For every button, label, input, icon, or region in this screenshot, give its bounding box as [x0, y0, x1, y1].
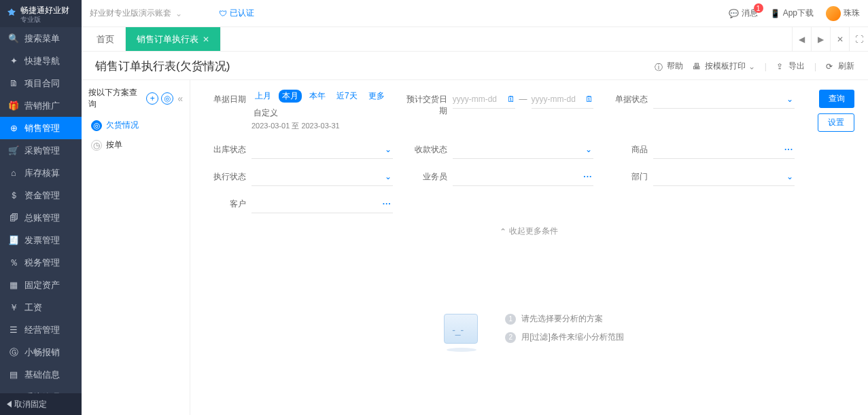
sidebar-item-inventory[interactable]: ⌂库存核算 [0, 162, 82, 184]
ledger-icon: 🗐 [8, 213, 19, 223]
topbar: 好业财专业版演示账套 ⌄ 🛡 已认证 💬 消息 1 📱 App下载 [82, 0, 868, 27]
empty-step-1: 1请先选择要分析的方案 [505, 313, 624, 325]
tab-home[interactable]: 首页 [86, 27, 126, 51]
sidebar-item-marketing[interactable]: 🎁营销推广 [0, 94, 82, 117]
tabs-prev-button[interactable]: ◀ [792, 27, 811, 52]
exec-status-select[interactable]: ⌄ [251, 167, 393, 186]
chevron-down-icon: ⌄ [385, 172, 392, 181]
pill-this-month[interactable]: 本月 [279, 90, 302, 103]
product-picker[interactable]: ··· [653, 140, 795, 159]
page-header: 销售订单执行表(欠货情况) ⓘ帮助 🖶按模板打印⌄ | ⇪导出 | ⟳刷新 [82, 52, 868, 80]
chevron-down-icon: ⌄ [786, 94, 793, 104]
filter-panel: 按以下方案查询 + ◎ « ◎ 欠货情况 ◷ 按单 [82, 80, 190, 415]
gift-icon: 🎁 [8, 101, 19, 111]
filter-panel-title: 按以下方案查询 [88, 87, 143, 110]
document-icon: 🗎 [8, 78, 19, 89]
pill-last-month[interactable]: 上月 [251, 90, 275, 103]
content: 按以下方案查询 + ◎ « ◎ 欠货情况 ◷ 按单 [82, 80, 868, 415]
scheme-item-by-bill[interactable]: ◷ 按单 [88, 135, 183, 155]
messages-button[interactable]: 💬 消息 1 [729, 7, 758, 19]
tab-active[interactable]: 销售订单执行表 ✕ [126, 27, 221, 51]
account-select[interactable]: 好业财专业版演示账套 ⌄ [90, 7, 212, 19]
template-print-button[interactable]: 🖶按模板打印⌄ [693, 60, 755, 72]
sidebar-item-project-contract[interactable]: 🗎项目合同 [0, 72, 82, 94]
sidebar-unpin[interactable]: 取消固定 [0, 393, 82, 415]
fullscreen-button[interactable]: ⛶ [849, 27, 868, 52]
collapse-filters-button[interactable]: ⌃ 收起更多条件 [500, 225, 558, 237]
tabs-row: 首页 销售订单执行表 ✕ ◀ ▶ ✕ ⛶ [82, 27, 868, 52]
brand-icon [5, 7, 18, 20]
sidebar-item-invoice[interactable]: 🧾发票管理 [0, 229, 82, 251]
user-menu[interactable]: 珠珠 [826, 6, 860, 21]
pill-recent7[interactable]: 近7天 [333, 90, 361, 103]
avatar [826, 6, 841, 21]
help-button[interactable]: ⓘ帮助 [655, 60, 683, 72]
scheme-settings-button[interactable]: ◎ [161, 92, 173, 105]
sidebar-item-tax[interactable]: ％税务管理 [0, 251, 82, 274]
empty-illustration: -_- [434, 304, 489, 352]
sidebar-item-salary[interactable]: ￥工资 [0, 296, 82, 319]
search-icon: 🔍 [8, 33, 19, 44]
message-icon: 💬 [729, 9, 739, 18]
bill-status-select[interactable]: ⌄ [653, 90, 795, 109]
field-product: 商品 ··· [606, 140, 795, 159]
pill-more[interactable]: 更多 [365, 90, 388, 103]
cart-icon: 🛒 [8, 145, 19, 156]
delivery-start-input[interactable]: yyyy-mm-dd🗓 [453, 90, 515, 109]
delivery-end-input[interactable]: yyyy-mm-dd🗓 [532, 90, 594, 109]
chevron-down-icon: ⌄ [585, 145, 592, 154]
brand-edition: 专业版 [20, 16, 69, 23]
app-download-button[interactable]: 📱 App下载 [770, 7, 814, 19]
help-icon: ⓘ [655, 62, 664, 71]
field-outbound-status: 出库状态 ⌄ [204, 140, 393, 159]
export-button[interactable]: ⇪导出 [776, 60, 805, 72]
verified-badge: 🛡 已认证 [219, 7, 254, 19]
sidebar-item-basic-info[interactable]: ▤基础信息 [0, 363, 82, 386]
brand-logo: 畅捷通好业财 专业版 [0, 0, 82, 27]
refresh-button[interactable]: ⟳刷新 [826, 60, 854, 72]
pill-custom[interactable]: 自定义 [251, 107, 280, 120]
calendar-icon: 🗓 [507, 94, 515, 104]
sidebar-item-system[interactable]: ⚙系统管理 [0, 386, 82, 393]
query-button[interactable]: 查询 [819, 90, 854, 108]
print-icon: 🖶 [693, 62, 702, 71]
salesman-picker[interactable]: ··· [453, 167, 594, 186]
warehouse-icon: ⌂ [8, 168, 19, 179]
receipt-status-select[interactable]: ⌄ [453, 140, 594, 159]
salary-icon: ￥ [8, 302, 19, 313]
add-scheme-button[interactable]: + [146, 92, 158, 105]
tabs-next-button[interactable]: ▶ [811, 27, 830, 52]
shield-icon: 🛡 [219, 9, 227, 18]
sidebar-item-search-menu[interactable]: 🔍搜索菜单 [0, 27, 82, 50]
info-icon: ▤ [8, 369, 19, 380]
chevron-down-icon: ⌄ [748, 62, 755, 71]
customer-picker[interactable]: ··· [251, 194, 393, 213]
panel-collapse-button[interactable]: « [177, 93, 183, 104]
brand-name: 畅捷通好业财 [20, 5, 69, 16]
messages-badge: 1 [754, 3, 763, 13]
field-bill-status: 单据状态 ⌄ [606, 90, 795, 109]
sidebar-item-fund-mgmt[interactable]: ＄资金管理 [0, 184, 82, 206]
pill-this-year[interactable]: 本年 [306, 90, 329, 103]
field-bill-date: 单据日期 上月 本月 本年 近7天 更多 自定义 2023-03-01 至 20… [204, 90, 393, 131]
main-area: 好业财专业版演示账套 ⌄ 🛡 已认证 💬 消息 1 📱 App下载 [82, 0, 868, 415]
sidebar-item-purchase-mgmt[interactable]: 🛒采购管理 [0, 139, 82, 162]
tabs-close-button[interactable]: ✕ [830, 27, 849, 52]
settings-button[interactable]: 设置 [818, 113, 854, 132]
sidebar-nav: 🔍搜索菜单 ✦快捷导航 🗎项目合同 🎁营销推广 ⊕销售管理 🛒采购管理 ⌂库存核… [0, 27, 82, 393]
sidebar-item-fixed-assets[interactable]: ▦固定资产 [0, 274, 82, 296]
sidebar-item-quick-nav[interactable]: ✦快捷导航 [0, 50, 82, 72]
sidebar-item-business-mgmt[interactable]: ☰经营管理 [0, 319, 82, 341]
department-select[interactable]: ⌄ [653, 167, 795, 186]
date-range-text: 2023-03-01 至 2023-03-31 [251, 121, 393, 131]
compass-icon: ✦ [8, 56, 19, 67]
sidebar-item-ledger[interactable]: 🗐总账管理 [0, 206, 82, 229]
sidebar-item-sales-mgmt[interactable]: ⊕销售管理 [0, 117, 82, 139]
field-receipt-status: 收款状态 ⌄ [405, 140, 594, 159]
chevron-down-icon: ⌄ [175, 9, 182, 18]
sales-icon: ⊕ [8, 123, 19, 134]
outbound-status-select[interactable]: ⌄ [251, 140, 393, 159]
sidebar-item-reimburse[interactable]: Ⓖ小畅报销 [0, 341, 82, 363]
close-icon[interactable]: ✕ [203, 35, 209, 44]
scheme-item-owed[interactable]: ◎ 欠货情况 [88, 115, 183, 135]
